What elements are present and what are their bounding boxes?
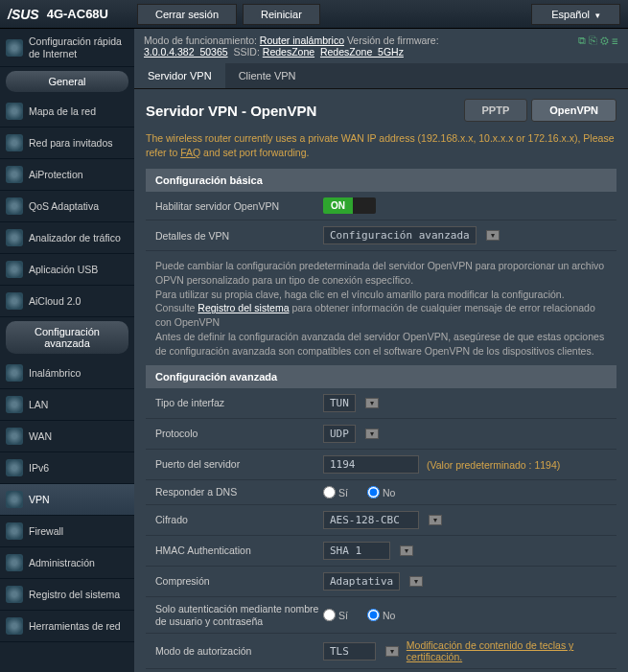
logout-button[interactable]: Cerrar sesión bbox=[137, 4, 237, 25]
reboot-button[interactable]: Reiniciar bbox=[243, 4, 320, 25]
syslog-link[interactable]: Registro del sistema bbox=[198, 302, 289, 313]
sidebar-ipv6[interactable]: IPv6 bbox=[0, 452, 134, 484]
tab-vpn-client[interactable]: Cliente VPN bbox=[225, 63, 310, 88]
radio-dns-no[interactable]: No bbox=[367, 486, 395, 498]
gauge-icon bbox=[6, 197, 23, 215]
sidebar-cat-general: General bbox=[6, 71, 128, 92]
sidebar-lan[interactable]: LAN bbox=[0, 389, 134, 421]
port-hint: (Valor predeterminado : 1194) bbox=[427, 459, 560, 471]
globe-icon bbox=[6, 39, 23, 57]
select-protocol[interactable]: UDP bbox=[323, 425, 356, 443]
shield-icon bbox=[6, 166, 23, 183]
firmware-link[interactable]: 3.0.0.4.382_50365 bbox=[144, 46, 228, 58]
sidebar-usb[interactable]: Aplicación USB bbox=[0, 254, 134, 286]
wifi-icon bbox=[6, 134, 23, 151]
firewall-icon bbox=[6, 522, 23, 540]
label-vpn-details: Detalles de VPN bbox=[155, 230, 323, 243]
caret-icon[interactable]: ▾ bbox=[486, 230, 500, 241]
ipv6-icon bbox=[6, 459, 23, 476]
mode-link[interactable]: Router inalámbrico bbox=[260, 35, 344, 46]
section-advanced-header: Configuración avanzada bbox=[146, 365, 616, 388]
sidebar-vpn[interactable]: VPN bbox=[0, 484, 134, 516]
tab-vpn-server[interactable]: Servidor VPN bbox=[134, 63, 225, 88]
sidebar-firewall[interactable]: Firewall bbox=[0, 516, 134, 547]
log-icon bbox=[6, 586, 23, 603]
input-server-port[interactable] bbox=[323, 455, 419, 474]
wanip-notice: The wireless router currently uses a pri… bbox=[146, 131, 616, 159]
map-icon bbox=[6, 103, 23, 120]
sidebar-wireless[interactable]: Inalámbrico bbox=[0, 358, 134, 389]
sidebar-aiprotection[interactable]: AiProtection bbox=[0, 159, 134, 191]
select-vpn-details[interactable]: Configuración avanzada bbox=[323, 226, 477, 244]
mode-pptp[interactable]: PPTP bbox=[464, 99, 528, 122]
advanced-description: Puede cambiar la configuración predeterm… bbox=[146, 251, 616, 365]
sidebar-quickstart[interactable]: Configuración rápida de Internet bbox=[0, 29, 134, 67]
radio-dns-yes[interactable]: Sí bbox=[323, 486, 348, 498]
label-enable-openvpn: Habilitar servidor OpenVPN bbox=[155, 200, 323, 213]
select-compression[interactable]: Adaptativa bbox=[323, 572, 400, 591]
select-cipher[interactable]: AES-128-CBC bbox=[323, 511, 419, 529]
usb-icon bbox=[6, 261, 23, 278]
gear-icon bbox=[6, 554, 23, 571]
sidebar-traffic[interactable]: Analizador de tráfico bbox=[0, 222, 134, 254]
page-title: Servidor VPN - OpenVPN bbox=[146, 103, 316, 119]
select-hmac[interactable]: SHA 1 bbox=[323, 542, 390, 560]
cert-link[interactable]: Modificación de contenido de teclas y ce… bbox=[407, 639, 607, 662]
radio-userauth-no[interactable]: No bbox=[367, 609, 395, 621]
brand-logo: /SUS bbox=[8, 7, 39, 22]
sidebar-syslog[interactable]: Registro del sistema bbox=[0, 579, 134, 611]
radio-userauth-yes[interactable]: Sí bbox=[323, 609, 348, 621]
chart-icon bbox=[6, 229, 23, 246]
cloud-icon bbox=[6, 292, 23, 310]
sidebar-nettools[interactable]: Herramientas de red bbox=[0, 611, 134, 642]
language-dropdown[interactable]: Español bbox=[531, 4, 620, 25]
select-interface[interactable]: TUN bbox=[323, 394, 356, 412]
faq-link[interactable]: FAQ bbox=[180, 147, 200, 158]
sidebar-cat-advanced: Configuración avanzada bbox=[6, 321, 128, 354]
sidebar-networkmap[interactable]: Mapa de la red bbox=[0, 96, 134, 127]
lan-icon bbox=[6, 396, 23, 413]
sidebar-wan[interactable]: WAN bbox=[0, 421, 134, 452]
firmware-info: Modo de funcionamiento: Router inalámbri… bbox=[144, 35, 439, 58]
status-icons: ⧉ ⎘ ⚙ ☰ bbox=[578, 35, 618, 47]
toggle-enable-openvpn[interactable]: ON bbox=[323, 197, 376, 214]
sidebar-guestnetwork[interactable]: Red para invitados bbox=[0, 127, 134, 159]
sidebar-qos[interactable]: QoS Adaptativa bbox=[0, 191, 134, 222]
sidebar-admin[interactable]: Administración bbox=[0, 547, 134, 579]
wan-icon bbox=[6, 428, 23, 445]
tools-icon bbox=[6, 617, 23, 635]
model-name: 4G-AC68U bbox=[47, 7, 108, 21]
ssid1-link[interactable]: RedesZone bbox=[263, 46, 314, 58]
sidebar: Configuración rápida de Internet General… bbox=[0, 29, 134, 672]
section-basic-header: Configuración básica bbox=[146, 169, 616, 192]
vpn-icon bbox=[6, 491, 23, 508]
sidebar-aicloud[interactable]: AiCloud 2.0 bbox=[0, 286, 134, 317]
ssid2-link[interactable]: RedesZone_5GHz bbox=[320, 46, 404, 58]
select-authmode[interactable]: TLS bbox=[323, 642, 376, 660]
signal-icon bbox=[6, 364, 23, 382]
mode-openvpn[interactable]: OpenVPN bbox=[531, 99, 616, 122]
